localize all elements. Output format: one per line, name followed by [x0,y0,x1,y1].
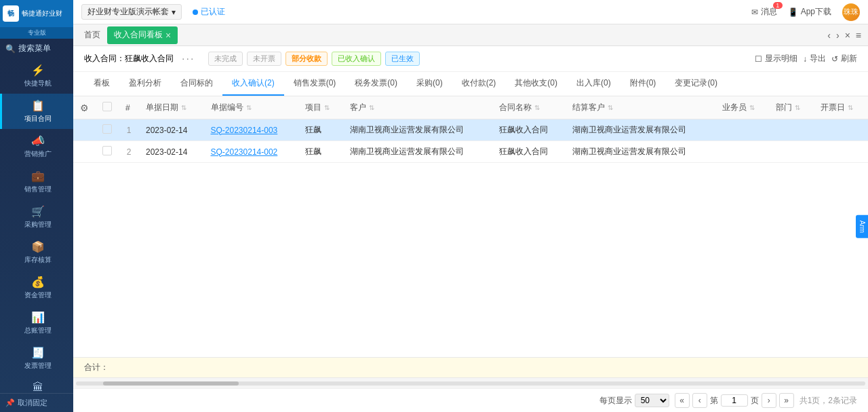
prev-page-button[interactable]: ‹ [692,393,707,408]
customer-column-header[interactable]: 客户⇅ [343,96,493,119]
per-page-select[interactable]: 50 20 100 [635,394,669,407]
number-sort-icon: ⇅ [246,104,252,111]
row-contract-name: 狂飙收入合同 [492,141,566,163]
sidebar-item-label: 采购管理 [24,220,52,229]
sidebar-item-marketing[interactable]: 📣 营销推广 [0,129,73,164]
subnav-item-other[interactable]: 其他收支(0) [505,72,567,96]
subnav-item-warehouse[interactable]: 出入库(0) [567,72,620,96]
app-logo: 畅 [3,5,19,22]
sidebar-footer-pin[interactable]: 📌 取消固定 [0,393,73,412]
first-page-button[interactable]: « [675,393,690,408]
dept-column-header[interactable]: 部门⇅ [769,96,814,119]
last-page-button[interactable]: » [779,393,794,408]
sidebar-item-quick-nav[interactable]: ⚡ 快捷导航 [0,58,73,94]
subnav-item-tax-invoice[interactable]: 税务发票(0) [345,72,407,96]
sidebar-search[interactable]: 🔍 搜索菜单 [0,39,73,58]
status-badge-confirmed[interactable]: 已收入确认 [332,52,381,66]
sales-sort-icon: ⇅ [749,104,755,111]
row-customer: 湖南卫视商业运营发展有限公司 [343,119,493,141]
open-date-sort-icon: ⇅ [848,104,853,111]
number-column-header[interactable]: 单据编号⇅ [204,96,298,119]
export-button[interactable]: ↓ 导出 [803,53,826,64]
status-badges: 未完成 未开票 部分收款 已收入确认 已生效 [208,52,420,66]
subnav-item-purchase[interactable]: 采购(0) [407,72,452,96]
settlement-column-header[interactable]: 结算客户⇅ [566,96,715,119]
subnav-item-attachments[interactable]: 附件(0) [620,72,666,96]
subnav-item-profit[interactable]: 盈利分析 [119,72,171,96]
arm-float-button[interactable]: Arm [856,215,868,238]
sidebar-item-tax[interactable]: 🏛 税务管理 [0,376,73,393]
status-badge-active[interactable]: 已生效 [385,52,420,66]
status-badge-partial[interactable]: 部分收款 [285,52,328,66]
scrollbar-thumb[interactable] [103,381,239,386]
tab-prev-button[interactable]: ‹ [826,29,832,42]
sidebar-item-project-contract[interactable]: 📋 项目合同 [0,94,73,129]
sidebar-item-funds[interactable]: 💰 资金管理 [0,270,73,305]
checkbox-column-header[interactable] [96,96,119,119]
tab-menu-button[interactable]: ≡ [854,29,863,42]
date-sort-icon: ⇅ [181,104,186,111]
contract-board-tab[interactable]: 收入合同看板 × [107,26,178,44]
refresh-icon: ↺ [831,54,838,64]
subnav-item-payment[interactable]: 收付款(2) [452,72,506,96]
sidebar-item-inventory[interactable]: 📦 库存核算 [0,235,73,270]
horizontal-scrollbar[interactable] [73,377,868,388]
subnav-item-subject[interactable]: 合同标的 [171,72,222,96]
row-checkbox-input[interactable] [102,146,112,155]
user-avatar[interactable]: 珠珠 [842,3,860,21]
refresh-button[interactable]: ↺ 刷新 [831,53,857,64]
date-column-header[interactable]: 单据日期⇅ [139,96,204,119]
per-page-selector[interactable]: 每页显示 50 20 100 [599,394,669,407]
row-checkbox-input[interactable] [102,124,112,134]
subnav-item-sales-invoice[interactable]: 销售发票(0) [284,72,346,96]
settings-column-header[interactable]: ⚙ [73,96,96,119]
row-doc-number[interactable]: SQ-20230214-002 [204,141,298,163]
subnav-item-changes[interactable]: 变更记录(0) [665,72,727,96]
row-doc-number[interactable]: SQ-20230214-003 [204,119,298,141]
project-column-header[interactable]: 项目⇅ [298,96,343,119]
subnav-item-kanban[interactable]: 看板 [84,72,119,96]
company-selector[interactable]: 好业财专业版演示帐套 ▾ [81,4,182,20]
message-button[interactable]: ✉ 消息 1 [751,6,777,18]
sidebar-item-sales[interactable]: 💼 销售管理 [0,164,73,200]
subnav-item-revenue[interactable]: 收入确认(2) [222,72,284,96]
pin-icon: 📌 [5,398,15,407]
data-table: ⚙ # 单据日期⇅ 单据编号⇅ 项目⇅ [73,96,868,163]
show-detail-checkbox[interactable]: ☐ 显示明细 [755,53,797,64]
sales-column-header[interactable]: 业务员⇅ [715,96,770,119]
tab-close-all-button[interactable]: × [844,29,852,42]
open-date-header-label: 开票日 [821,102,845,113]
tab-close-button[interactable]: × [165,31,171,40]
table-row[interactable]: 1 2023-02-14 SQ-20230214-003 狂飙 湖南卫视商业运营… [73,119,868,141]
row-checkbox[interactable] [96,141,119,163]
sales-header-label: 业务员 [722,102,747,113]
sidebar-item-invoice[interactable]: 🧾 发票管理 [0,341,73,376]
next-page-button[interactable]: › [762,393,776,408]
app-sub-label: 专业版 [0,27,73,39]
project-icon: 📋 [31,99,45,112]
show-detail-label: 显示明细 [765,53,797,64]
sidebar-item-label: 发票管理 [24,361,52,371]
table-row[interactable]: 2 2023-02-14 SQ-20230214-002 狂飙 湖南卫视商业运营… [73,141,868,163]
contract-name-column-header[interactable]: 合同名称⇅ [492,96,566,119]
sidebar-item-general-ledger[interactable]: 📊 总账管理 [0,305,73,341]
select-all-checkbox[interactable] [102,102,112,111]
row-checkbox[interactable] [96,119,119,141]
export-label: 导出 [810,53,826,64]
home-tab[interactable]: 首页 [79,29,106,41]
app-download-button[interactable]: 📱 App下载 [788,6,831,18]
open-date-column-header[interactable]: 开票日⇅ [814,96,868,119]
avatar: 珠珠 [842,3,860,21]
row-department [769,119,814,141]
status-badge-incomplete[interactable]: 未完成 [208,52,243,66]
page-number-input[interactable] [721,394,748,407]
app-name: 畅捷通好业财 [22,10,62,18]
tab-next-button[interactable]: › [835,29,841,42]
column-settings-button[interactable]: ⚙ [80,102,89,113]
chevron-down-icon: ▾ [172,7,176,17]
row-date: 2023-02-14 [139,119,204,141]
app-download-label: App下载 [801,6,831,18]
status-badge-uninvoiced[interactable]: 未开票 [247,52,281,66]
sidebar-item-purchase[interactable]: 🛒 采购管理 [0,200,73,235]
more-options-button[interactable]: ··· [182,53,195,65]
